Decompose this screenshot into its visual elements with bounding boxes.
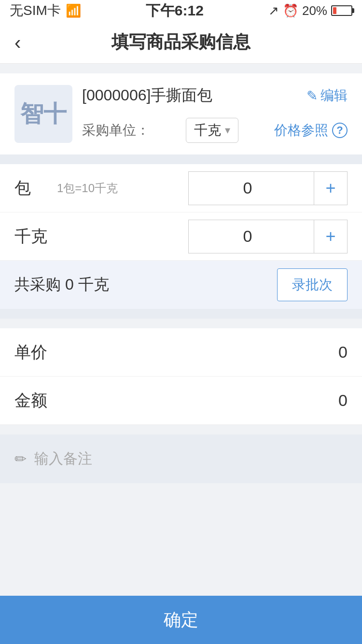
product-image: 智十 — [14, 85, 72, 143]
battery-percent: 20% — [302, 3, 327, 18]
kg-label: 千克 — [14, 225, 53, 248]
section-divider-2 — [0, 309, 362, 319]
section-divider-1 — [0, 154, 362, 164]
bag-input-right: + — [188, 171, 348, 205]
purchase-unit-row: 采购单位： 千克 ▾ 价格参照 ? — [82, 118, 348, 143]
amount-value: 0 — [338, 391, 348, 410]
product-card: 智十 [0000006]手撕面包 ✎ 编辑 采购单位： 千克 ▾ 价格参照 ? — [0, 73, 362, 154]
product-logo: 智十 — [20, 98, 67, 129]
bag-input[interactable] — [188, 171, 314, 205]
price-section: 单价 0 金额 0 — [0, 328, 362, 425]
unit-price-label: 单价 — [14, 341, 47, 364]
kg-input-row: 千克 + — [0, 212, 362, 261]
nav-bar: ‹ 填写商品采购信息 — [0, 21, 362, 64]
notes-placeholder: 输入备注 — [34, 449, 92, 469]
input-section: 包 1包=10千克 + 千克 + 共采购 0 千克 录批次 — [0, 164, 362, 309]
product-info: [0000006]手撕面包 ✎ 编辑 采购单位： 千克 ▾ 价格参照 ? — [82, 85, 348, 143]
back-button[interactable]: ‹ — [14, 33, 21, 52]
edit-button[interactable]: ✎ 编辑 — [306, 86, 348, 105]
alarm-icon: ⏰ — [283, 3, 298, 18]
total-row: 共采购 0 千克 录批次 — [0, 261, 362, 309]
chevron-down-icon: ▾ — [225, 124, 230, 137]
help-icon: ? — [332, 123, 348, 138]
status-bar: 无SIM卡 📶 下午6:12 ↗ ⏰ 20% — [0, 0, 362, 21]
price-ref-label: 价格参照 — [274, 121, 328, 140]
bag-sublabel: 1包=10千克 — [57, 181, 118, 196]
amount-label: 金额 — [14, 390, 47, 412]
pencil-icon: ✏ — [14, 450, 27, 467]
kg-input[interactable] — [188, 220, 314, 253]
amount-row: 金额 0 — [0, 377, 362, 425]
bag-label: 包 — [14, 177, 53, 199]
unit-price-value: 0 — [338, 343, 348, 362]
battery-icon — [331, 5, 352, 16]
edit-label: 编辑 — [320, 86, 348, 105]
price-ref-button[interactable]: 价格参照 ? — [274, 121, 348, 140]
wifi-icon: 📶 — [66, 3, 81, 18]
unit-dropdown[interactable]: 千克 ▾ — [186, 118, 238, 143]
unit-value: 千克 — [194, 121, 221, 140]
page-title: 填写商品采购信息 — [111, 30, 251, 54]
edit-icon: ✎ — [306, 88, 318, 104]
product-name-row: [0000006]手撕面包 ✎ 编辑 — [82, 85, 348, 106]
kg-input-right: + — [188, 220, 348, 253]
unit-price-row: 单价 0 — [0, 328, 362, 377]
location-icon: ↗ — [268, 3, 279, 18]
carrier-label: 无SIM卡 — [10, 1, 61, 20]
bag-plus-button[interactable]: + — [314, 171, 348, 205]
time-label: 下午6:12 — [146, 1, 204, 21]
product-name: [0000006]手撕面包 — [82, 85, 212, 106]
notes-section[interactable]: ✏ 输入备注 — [0, 434, 362, 483]
purchase-unit-label: 采购单位： — [82, 121, 150, 140]
total-label: 共采购 0 千克 — [14, 274, 109, 295]
kg-plus-button[interactable]: + — [314, 220, 348, 253]
status-left: 无SIM卡 📶 — [10, 1, 81, 20]
confirm-button[interactable]: 确定 — [0, 596, 362, 644]
bag-input-row: 包 1包=10千克 + — [0, 164, 362, 212]
record-batch-button[interactable]: 录批次 — [277, 268, 348, 301]
status-right: ↗ ⏰ 20% — [268, 3, 352, 18]
